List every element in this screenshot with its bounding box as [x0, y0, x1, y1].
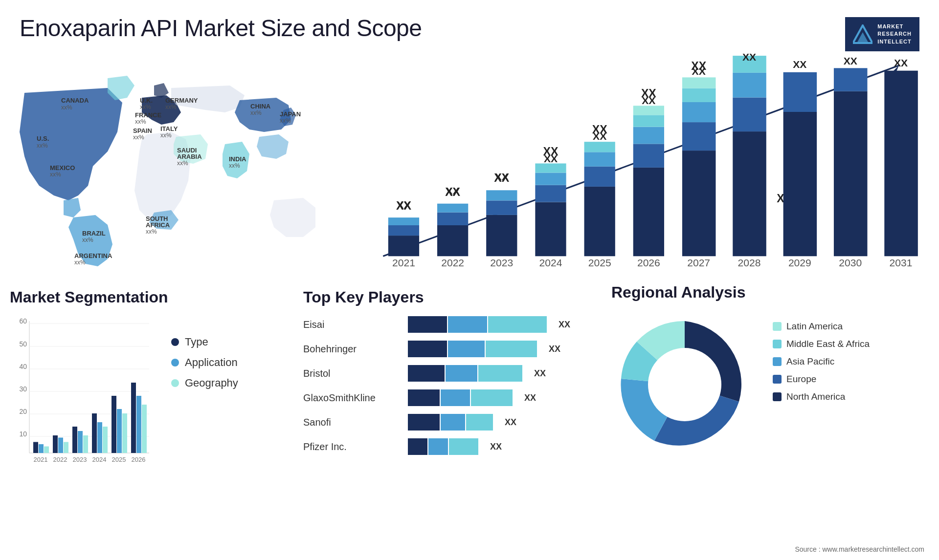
svg-text:ARABIA: ARABIA — [177, 153, 202, 160]
player-row-glaxo: GlaxoSmithKline XX — [303, 389, 587, 406]
svg-text:2022: 2022 — [441, 257, 464, 268]
svg-rect-79 — [733, 73, 766, 98]
player-row-sanofi: Sanofi XX — [303, 414, 587, 431]
bar-seg-2 — [446, 365, 477, 382]
svg-rect-57 — [584, 187, 615, 256]
legend-latin-america: Latin America — [773, 321, 870, 332]
legend-label-asia: Asia Pacific — [786, 356, 834, 367]
legend-north-america: North America — [773, 391, 870, 402]
svg-text:2028: 2028 — [738, 257, 761, 268]
legend-application: Application — [171, 356, 238, 369]
svg-text:xx%: xx% — [250, 109, 262, 116]
source-text: Source : www.marketresearchintellect.com — [795, 545, 924, 553]
svg-rect-139 — [136, 396, 141, 453]
bar-seg-2 — [448, 341, 485, 357]
legend-type-label: Type — [185, 336, 208, 348]
svg-text:AFRICA: AFRICA — [146, 221, 170, 229]
player-bar-bristol — [408, 365, 522, 382]
svg-text:xx%: xx% — [50, 171, 61, 178]
svg-text:GERMANY: GERMANY — [165, 97, 198, 104]
segmentation-title: Market Segmentation — [10, 288, 284, 306]
svg-text:XX: XX — [593, 130, 606, 142]
svg-rect-60 — [584, 142, 615, 152]
svg-rect-48 — [486, 190, 517, 200]
player-bar-sanofi — [408, 414, 493, 431]
svg-rect-91 — [884, 71, 918, 257]
svg-text:XX: XX — [397, 199, 410, 211]
svg-rect-71 — [682, 122, 716, 151]
svg-text:XX: XX — [446, 185, 460, 196]
svg-text:xx%: xx% — [177, 160, 188, 167]
svg-rect-65 — [633, 127, 664, 144]
market-segmentation-section: Market Segmentation 60 50 40 30 20 10 — [10, 288, 284, 552]
svg-text:ARGENTINA: ARGENTINA — [74, 252, 112, 259]
player-bar-pfizer — [408, 438, 478, 455]
key-players-title: Top Key Players — [303, 288, 587, 306]
svg-text:2027: 2027 — [687, 257, 710, 268]
donut-chart — [611, 311, 758, 458]
svg-text:2023: 2023 — [490, 257, 513, 268]
svg-rect-127 — [78, 431, 83, 453]
svg-text:XX: XX — [742, 51, 756, 63]
svg-text:xx%: xx% — [74, 259, 86, 266]
player-name-eisai: Eisai — [303, 319, 401, 330]
legend-color-latin — [773, 322, 782, 331]
legend-label-mea: Middle East & Africa — [786, 339, 870, 349]
svg-text:U.K.: U.K. — [140, 97, 153, 104]
svg-rect-53 — [535, 172, 566, 185]
svg-rect-132 — [103, 427, 108, 453]
svg-text:CHINA: CHINA — [250, 103, 271, 110]
bar-seg-3 — [471, 389, 513, 406]
svg-text:2024: 2024 — [92, 456, 107, 463]
svg-rect-134 — [112, 396, 116, 453]
regional-content: Latin America Middle East & Africa Asia … — [611, 311, 934, 458]
player-label-pfizer: XX — [490, 442, 502, 452]
svg-rect-85 — [783, 72, 817, 112]
bar-chart-svg: XX 2021 XX 2022 XX 2023 XX 2024 XX 2025 — [352, 49, 919, 288]
svg-text:xx%: xx% — [37, 142, 48, 149]
svg-rect-36 — [388, 236, 419, 256]
donut-svg — [611, 311, 758, 458]
svg-text:2022: 2022 — [53, 456, 67, 463]
player-label-bristol: XX — [534, 368, 546, 379]
player-bar-glaxo — [408, 389, 513, 406]
svg-text:ITALY: ITALY — [160, 125, 178, 132]
svg-text:2025: 2025 — [588, 257, 611, 268]
legend-europe: Europe — [773, 374, 870, 385]
svg-text:40: 40 — [19, 363, 27, 370]
world-map-section: CANADA xx% U.S. xx% MEXICO xx% BRAZIL xx… — [10, 59, 342, 269]
header: Enoxaparin API Market Size and Scope MAR… — [20, 15, 919, 54]
svg-text:2029: 2029 — [788, 257, 811, 268]
svg-text:xx%: xx% — [280, 117, 291, 124]
bar-seg-2 — [441, 414, 465, 431]
legend-color-mea — [773, 340, 782, 348]
svg-text:2031: 2031 — [890, 257, 913, 268]
svg-rect-58 — [584, 167, 615, 187]
segmentation-chart-container: 60 50 40 30 20 10 2021 — [10, 316, 284, 482]
legend-type: Type — [171, 336, 238, 348]
svg-rect-70 — [682, 151, 716, 256]
svg-rect-88 — [834, 91, 868, 256]
logo-icon — [853, 24, 872, 44]
svg-text:XX: XX — [844, 55, 857, 66]
svg-rect-66 — [633, 115, 664, 127]
svg-rect-128 — [83, 435, 88, 453]
svg-text:xx%: xx% — [146, 228, 157, 235]
svg-rect-118 — [33, 442, 38, 453]
svg-rect-67 — [633, 106, 664, 115]
svg-rect-54 — [535, 163, 566, 172]
bar-seg-3 — [466, 414, 493, 431]
svg-text:xx%: xx% — [229, 162, 240, 169]
svg-text:2021: 2021 — [34, 456, 48, 463]
svg-text:XX: XX — [544, 153, 558, 164]
svg-text:JAPAN: JAPAN — [280, 110, 301, 118]
svg-rect-72 — [682, 102, 716, 122]
legend-geography-label: Geography — [185, 377, 238, 389]
logo-text: MARKET RESEARCH INTELLECT — [877, 23, 912, 45]
svg-rect-38 — [388, 217, 419, 225]
bar-seg-2 — [441, 389, 470, 406]
player-row-bristol: Bristol XX — [303, 365, 587, 382]
legend-color-europe — [773, 375, 782, 384]
player-row-bohehringer: Bohehringer XX — [303, 341, 587, 357]
svg-text:FRANCE: FRANCE — [135, 111, 161, 119]
